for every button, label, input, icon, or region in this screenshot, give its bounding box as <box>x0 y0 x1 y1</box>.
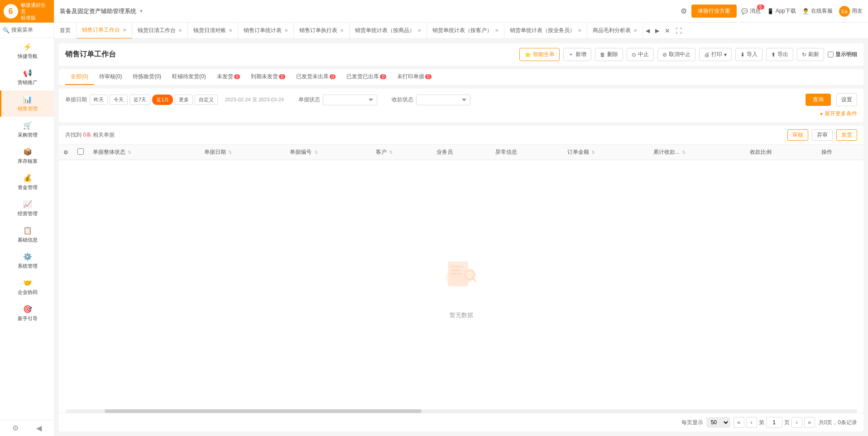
sidebar-collapse-icon[interactable]: ◀ <box>36 424 42 432</box>
refresh-btn[interactable]: ↻ 刷新 <box>797 48 824 61</box>
app-download-item[interactable]: 📱 App下载 <box>767 7 796 15</box>
date-btn-1month[interactable]: 近1月 <box>152 95 173 105</box>
sidebar-item-guide[interactable]: 🎯 新手引导 <box>0 300 54 327</box>
tab-close-sales-summary-customer[interactable]: ✕ <box>495 28 499 33</box>
payment-select[interactable] <box>416 95 470 105</box>
sort-customer-icon[interactable]: ⇅ <box>389 150 393 155</box>
date-btn-yesterday[interactable]: 昨天 <box>90 95 108 105</box>
select-all-checkbox[interactable] <box>77 148 84 155</box>
sidebar-item-marketing[interactable]: 📢 营销推广 <box>0 64 54 90</box>
tab-close-cash-daily[interactable]: ✕ <box>178 28 182 33</box>
sidebar-item-sales[interactable]: 📊 销售管理 <box>0 90 54 117</box>
sidebar-settings-icon[interactable]: ⚙ <box>12 424 19 432</box>
sort-collected-icon[interactable]: ⇅ <box>682 150 686 155</box>
hscroll-thumb[interactable] <box>105 409 422 413</box>
sort-status-icon[interactable]: ⇅ <box>128 150 131 155</box>
tab-sales-summary-customer[interactable]: 销货单统计表（按客户） ✕ <box>427 23 504 39</box>
col-salesperson: 业务员 <box>432 145 491 160</box>
tab-close-sales-summary-product[interactable]: ✕ <box>417 28 421 33</box>
sidebar-search[interactable]: 🔍 搜索菜单 <box>0 23 54 38</box>
tab-sales-exec[interactable]: 销售订单执行表 ✕ <box>294 23 350 39</box>
filter-tab-shipped-not-out[interactable]: 已发货未出库0 <box>291 69 341 85</box>
tab-sales-workbench[interactable]: 销售订单工作台 ✕ <box>77 23 132 39</box>
filter-tab-not-shipped[interactable]: 未发货0 <box>211 69 246 85</box>
status-select[interactable] <box>323 95 377 105</box>
sidebar-item-inventory[interactable]: 📦 库存核算 <box>0 143 54 169</box>
last-page-btn[interactable]: » <box>804 417 815 428</box>
online-service-item[interactable]: 👨‍💼 在线客服 <box>802 7 833 15</box>
sort-date-icon[interactable]: ⇅ <box>228 150 232 155</box>
new-btn[interactable]: ＋ 新增 <box>563 48 591 61</box>
tab-nav-next[interactable]: ▶ <box>652 28 662 34</box>
filter-tab-all[interactable]: 全部(0) <box>65 69 94 85</box>
filter-tab-wangpu[interactable]: 旺铺待发货(0) <box>167 69 211 85</box>
user-item[interactable]: Ea 用友 <box>839 6 863 17</box>
col-customer: 客户 ⇅ <box>371 145 432 160</box>
tab-nav-prev[interactable]: ◀ <box>643 28 652 34</box>
date-btn-more[interactable]: 更多 <box>175 95 193 105</box>
tab-cash-daily[interactable]: 钱货日清工作台 ✕ <box>132 23 188 39</box>
print-btn[interactable]: 🖨 打印 ▾ <box>699 48 732 61</box>
tab-sales-stats[interactable]: 销售订单统计表 ✕ <box>238 23 294 39</box>
suspend-btn[interactable]: ⊙ 中止 <box>627 48 654 61</box>
show-details-checkbox[interactable] <box>828 52 834 57</box>
filter-tab-shipped-out[interactable]: 已发货已出库0 <box>341 69 392 85</box>
message-item[interactable]: 💬 消息 6 <box>741 7 761 15</box>
filter-tab-pending-review[interactable]: 待审核(0) <box>94 69 128 85</box>
review-btn[interactable]: 审核 <box>787 129 808 141</box>
show-details-label[interactable]: 显示明细 <box>828 51 857 58</box>
expand-conditions-btn[interactable]: ▾ 展开更多条件 <box>820 110 857 118</box>
import-btn[interactable]: ⬇ 导入 <box>735 48 762 61</box>
sort-number-icon[interactable]: ⇅ <box>314 150 318 155</box>
filter-tab-not-printed[interactable]: 未打印单据0 <box>392 69 437 85</box>
per-page-select[interactable]: 50 100 <box>707 417 730 427</box>
page-header: 销售订单工作台 ⭐ 智能生单 ＋ 新增 🗑 删除 ⊙ 中止 <box>59 43 863 66</box>
filter-tab-overdue[interactable]: 到期未发货0 <box>245 69 291 85</box>
experience-btn[interactable]: 体验行业方案 <box>691 5 737 18</box>
sidebar-item-operation[interactable]: 📈 经营管理 <box>0 195 54 222</box>
tab-cash-reconcile[interactable]: 钱货日清对账 ✕ <box>188 23 238 39</box>
topbar-dropdown-icon[interactable]: ▼ <box>139 9 144 14</box>
sidebar-item-system[interactable]: ⚙️ 系统管理 <box>0 248 54 274</box>
tab-close-sales-stats[interactable]: ✕ <box>284 28 288 33</box>
hscroll[interactable] <box>65 409 857 413</box>
tab-sales-summary-staff[interactable]: 销货单统计表（按业务员） ✕ <box>504 23 587 39</box>
smart-btn[interactable]: ⭐ 智能生单 <box>519 48 560 61</box>
date-btn-7days[interactable]: 近7天 <box>129 95 150 105</box>
delete-btn[interactable]: 🗑 删除 <box>595 48 623 61</box>
tab-gross-profit[interactable]: 商品毛利分析表 ✕ <box>587 23 643 39</box>
date-btn-today[interactable]: 今天 <box>110 95 128 105</box>
topbar-right: 💬 消息 6 📱 App下载 👨‍💼 在线客服 Ea 用友 <box>741 6 863 17</box>
tab-close-sales-exec[interactable]: ✕ <box>340 28 344 33</box>
filter-tab-pending-inspection[interactable]: 待拣验货(0) <box>127 69 167 85</box>
first-page-btn[interactable]: « <box>734 417 744 428</box>
topbar-settings-icon[interactable]: ⚙ <box>681 7 687 15</box>
tab-expand[interactable]: ⛶ <box>673 27 685 34</box>
import-icon: ⬇ <box>740 52 745 58</box>
table-settings-icon[interactable]: ⚙ <box>63 149 68 156</box>
query-btn[interactable]: 查询 <box>806 94 831 106</box>
print-dropdown-icon[interactable]: ▾ <box>724 52 727 58</box>
ship-btn[interactable]: 发货 <box>836 129 857 141</box>
cancel-review-btn[interactable]: 弃审 <box>812 129 833 141</box>
sort-amount-icon[interactable]: ⇅ <box>591 150 595 155</box>
sidebar-item-enterprise[interactable]: 🤝 企业协同 <box>0 274 54 300</box>
filter-settings-btn[interactable]: 设置 <box>836 93 857 106</box>
tab-close-all[interactable]: ✕ <box>662 27 673 34</box>
tab-close-cash-reconcile[interactable]: ✕ <box>229 28 232 33</box>
tab-close-sales-summary-staff[interactable]: ✕ <box>578 28 581 33</box>
cancel-suspend-btn[interactable]: ⊘ 取消中止 <box>657 48 695 61</box>
date-btn-custom[interactable]: 自定义 <box>195 95 218 105</box>
tab-close-sales-workbench[interactable]: ✕ <box>123 28 126 33</box>
next-page-btn[interactable]: › <box>791 417 802 428</box>
tab-close-gross-profit[interactable]: ✕ <box>633 28 637 33</box>
sidebar-item-purchase[interactable]: 🛒 采购管理 <box>0 117 54 143</box>
sidebar-item-base-info[interactable]: 📋 基础信息 <box>0 222 54 248</box>
page-input[interactable] <box>766 417 782 428</box>
tab-home[interactable]: 首页 <box>54 23 77 39</box>
tab-sales-summary-product[interactable]: 销货单统计表（按商品） ✕ <box>350 23 427 39</box>
sidebar-item-quick-nav[interactable]: ⚡ 快捷导航 <box>0 38 54 64</box>
prev-page-btn[interactable]: ‹ <box>746 417 757 428</box>
export-btn[interactable]: ⬆ 导出 <box>766 48 793 61</box>
sidebar-item-finance[interactable]: 💰 资金管理 <box>0 169 54 195</box>
